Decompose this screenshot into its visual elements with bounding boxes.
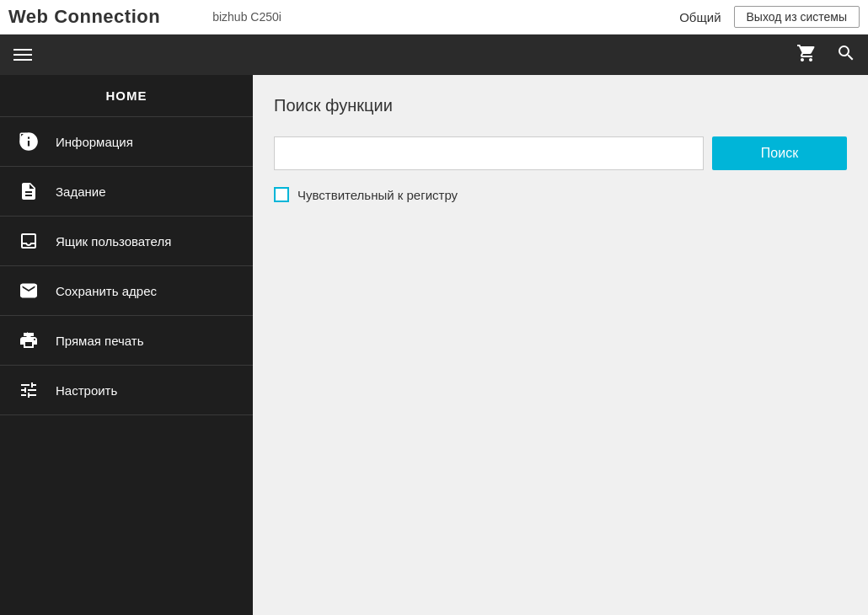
document-icon xyxy=(17,179,40,203)
sidebar-label-information: Информация xyxy=(56,135,133,149)
sidebar-label-job: Задание xyxy=(56,184,106,199)
search-input[interactable] xyxy=(274,136,704,170)
top-header: Web Connection bizhub C250i Общий Выход … xyxy=(0,0,868,35)
sidebar-item-direct-print[interactable]: Прямая печать xyxy=(0,316,253,366)
search-button[interactable] xyxy=(833,40,860,71)
settings-icon xyxy=(17,378,40,402)
sidebar-item-save-address[interactable]: Сохранить адрес xyxy=(0,266,253,316)
menu-button[interactable] xyxy=(8,44,37,66)
sidebar-item-settings[interactable]: Настроить xyxy=(0,366,253,415)
sidebar-label-direct-print: Прямая печать xyxy=(56,334,144,348)
menu-line-3 xyxy=(13,59,32,61)
printer-icon xyxy=(185,8,206,26)
sidebar-label-user-box: Ящик пользователя xyxy=(56,234,171,249)
printer-info: bizhub C250i xyxy=(185,8,281,26)
main-layout: HOME Информация Задание xyxy=(0,75,868,615)
nav-right xyxy=(793,40,860,71)
address-icon xyxy=(17,279,40,302)
cart-button[interactable] xyxy=(793,40,820,71)
sidebar-home-label: HOME xyxy=(0,75,253,117)
checkbox-row: Чувствительный к регистру xyxy=(274,187,847,202)
case-sensitive-label: Чувствительный к регистру xyxy=(297,188,458,202)
print-icon xyxy=(17,329,40,352)
header-right: Общий Выход из системы xyxy=(679,6,860,28)
case-sensitive-checkbox[interactable] xyxy=(274,187,289,202)
sidebar-label-settings: Настроить xyxy=(56,383,117,398)
menu-line-2 xyxy=(13,54,32,56)
sidebar-item-information[interactable]: Информация xyxy=(0,117,253,167)
inbox-icon xyxy=(17,229,40,253)
content-area: Поиск функции Поиск Чувствительный к рег… xyxy=(253,75,868,615)
menu-line-1 xyxy=(13,49,32,51)
logo: Web Connection xyxy=(8,6,160,28)
search-row: Поиск xyxy=(274,136,847,170)
cart-icon xyxy=(796,43,817,63)
logout-button[interactable]: Выход из системы xyxy=(734,6,860,28)
page-title: Поиск функции xyxy=(274,96,847,115)
sidebar: HOME Информация Задание xyxy=(0,75,253,615)
search-button-main[interactable]: Поиск xyxy=(712,136,847,170)
general-label: Общий xyxy=(679,10,721,24)
printer-name: bizhub C250i xyxy=(212,10,281,24)
info-icon xyxy=(17,130,40,153)
sidebar-item-user-box[interactable]: Ящик пользователя xyxy=(0,217,253,266)
search-icon xyxy=(836,43,856,63)
sidebar-item-job[interactable]: Задание xyxy=(0,167,253,217)
nav-bar xyxy=(0,35,868,75)
sidebar-label-save-address: Сохранить адрес xyxy=(56,284,157,298)
